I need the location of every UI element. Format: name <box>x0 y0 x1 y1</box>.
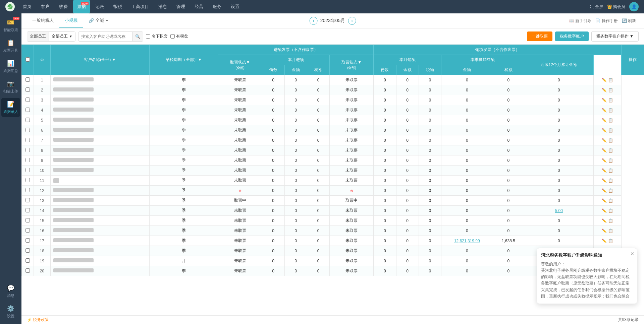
th-tax-period[interactable]: 纳税周期（全部）▼ <box>149 45 218 75</box>
nav-operation[interactable]: 经营 <box>191 0 207 13</box>
row-checkbox[interactable] <box>25 148 30 152</box>
fullscreen-button[interactable]: ⛶ 全屏 <box>590 4 603 10</box>
edit-button[interactable]: ✏️ <box>602 108 607 113</box>
sidebar-item-invoice-summary[interactable]: 📊 票据汇总 <box>1 57 20 76</box>
copy-button[interactable]: 📋 <box>608 118 613 123</box>
row-checkbox-cell[interactable] <box>22 196 34 206</box>
row-checkbox-cell[interactable] <box>22 176 34 186</box>
edit-button[interactable]: ✏️ <box>602 148 607 153</box>
search-button[interactable]: 🔍 <box>132 32 143 41</box>
row-checkbox-cell[interactable] <box>22 105 34 115</box>
copy-button[interactable]: 📋 <box>608 158 613 163</box>
edit-button[interactable]: ✏️ <box>602 128 607 133</box>
copy-button[interactable]: 📋 <box>608 198 613 203</box>
row-checkbox[interactable] <box>25 258 30 263</box>
row-checkbox[interactable] <box>25 87 30 92</box>
guide-button[interactable]: 📖 新手引导 <box>569 18 591 24</box>
red-amount[interactable]: 12,621,319.99 <box>454 239 480 243</box>
edit-button[interactable]: ✏️ <box>602 98 607 103</box>
row-checkbox[interactable] <box>25 178 30 182</box>
edit-button[interactable]: ✏️ <box>602 138 607 143</box>
row-checkbox-cell[interactable] <box>22 85 34 95</box>
row-checkbox-cell[interactable] <box>22 226 34 236</box>
select-all-checkbox[interactable] <box>25 57 30 62</box>
member-button[interactable]: 👑 购会员 <box>607 4 625 10</box>
copy-button[interactable]: 📋 <box>608 98 613 103</box>
copy-button[interactable]: 📋 <box>608 178 613 183</box>
row-checkbox[interactable] <box>25 238 30 243</box>
tab-general-taxpayer[interactable]: 一般纳税人 <box>27 13 59 28</box>
nav-home[interactable]: 首页 <box>19 0 36 13</box>
edit-button[interactable]: ✏️ <box>602 218 607 223</box>
employee-select[interactable]: 全部员工 全部员工 ▼ <box>27 31 75 42</box>
cumulative[interactable]: 5.00 <box>555 208 562 213</box>
row-checkbox-cell[interactable] <box>22 166 34 176</box>
nav-message[interactable]: 消息 <box>154 0 171 13</box>
tax-digital-account-button[interactable]: 税务数字账户 <box>555 31 589 41</box>
column-settings-icon[interactable]: ⚙ <box>40 58 44 62</box>
th-in-fetch-status[interactable]: 取票状态▼(全部) <box>218 55 262 75</box>
copy-button[interactable]: 📋 <box>608 239 613 243</box>
edit-button[interactable]: ✏️ <box>602 78 607 82</box>
checkbox-taxdisk-input[interactable] <box>170 34 175 39</box>
nav-manage[interactable]: 管理 <box>172 0 189 13</box>
row-checkbox[interactable] <box>25 98 30 102</box>
edit-button[interactable]: ✏️ <box>602 198 607 203</box>
nav-fee[interactable]: 收费 <box>55 0 72 13</box>
copy-button[interactable]: 📋 <box>608 208 613 213</box>
row-checkbox[interactable] <box>25 128 30 132</box>
row-checkbox-cell[interactable] <box>22 145 34 155</box>
row-checkbox-cell[interactable] <box>22 266 34 276</box>
sidebar-item-invoice-open[interactable]: 📋 发票开具 <box>1 37 20 56</box>
row-checkbox[interactable] <box>25 158 30 162</box>
search-input[interactable] <box>78 34 132 39</box>
nav-invoice[interactable]: 票据 new <box>73 0 90 13</box>
sidebar-item-scan-upload[interactable]: 📷 扫描上传 <box>1 77 20 96</box>
sidebar-item-config[interactable]: ⚙️ 设置 <box>1 302 20 321</box>
th-out-fetch-status[interactable]: 取票状态▼(全部) <box>330 55 374 75</box>
tax-policy-link[interactable]: ⚡ 税务政策 <box>27 317 49 323</box>
copy-button[interactable]: 📋 <box>608 138 613 143</box>
sidebar-item-message[interactable]: 💬 消息 <box>1 282 20 301</box>
row-checkbox[interactable] <box>25 108 30 112</box>
manual-button[interactable]: 📄 操作手册 <box>595 18 618 24</box>
edit-button[interactable]: ✏️ <box>602 118 607 123</box>
copy-button[interactable]: 📋 <box>608 229 613 233</box>
employee-select-value[interactable]: 全部员工 ▼ <box>49 34 75 39</box>
nav-settings[interactable]: 设置 <box>227 0 244 13</box>
refresh-button[interactable]: 🔄 刷新 <box>622 18 636 24</box>
row-checkbox-cell[interactable] <box>22 115 34 125</box>
row-checkbox-cell[interactable] <box>22 236 34 246</box>
edit-button[interactable]: ✏️ <box>602 178 607 183</box>
tab-small-scale[interactable]: 小规模 <box>59 13 83 28</box>
one-click-fetch-button[interactable]: 一键取票 <box>527 31 552 41</box>
row-checkbox-cell[interactable] <box>22 125 34 135</box>
copy-button[interactable]: 📋 <box>608 128 613 133</box>
edit-button[interactable]: ✏️ <box>602 188 607 193</box>
sidebar-item-ticket-entry[interactable]: 📝 票据录入 <box>1 98 20 117</box>
row-checkbox-cell[interactable] <box>22 95 34 105</box>
row-checkbox[interactable] <box>25 77 30 82</box>
edit-button[interactable]: ✏️ <box>602 158 607 163</box>
row-checkbox-cell[interactable] <box>22 216 34 226</box>
date-prev-button[interactable]: ‹ <box>310 17 318 25</box>
row-checkbox-cell[interactable] <box>22 75 34 85</box>
th-client-name[interactable]: 客户名称(全部) ▼ <box>50 45 149 75</box>
row-checkbox[interactable] <box>25 198 30 202</box>
row-checkbox[interactable] <box>25 268 30 273</box>
th-settings[interactable]: ⚙ <box>34 45 51 75</box>
row-checkbox-cell[interactable] <box>22 256 34 266</box>
row-checkbox[interactable] <box>25 228 30 233</box>
nav-client[interactable]: 客户 <box>37 0 54 13</box>
nav-bookkeeping[interactable]: 记账 <box>91 0 108 13</box>
checkbox-subledger[interactable]: 名下帐套 <box>146 34 168 39</box>
nav-tax[interactable]: 报税 <box>109 0 126 13</box>
date-next-button[interactable]: › <box>348 17 356 25</box>
row-checkbox[interactable] <box>25 188 30 192</box>
row-checkbox-cell[interactable] <box>22 186 34 196</box>
row-checkbox[interactable] <box>25 218 30 222</box>
copy-button[interactable]: 📋 <box>608 188 613 193</box>
row-checkbox-cell[interactable] <box>22 135 34 145</box>
copy-button[interactable]: 📋 <box>608 168 613 173</box>
copy-button[interactable]: 📋 <box>608 88 613 92</box>
